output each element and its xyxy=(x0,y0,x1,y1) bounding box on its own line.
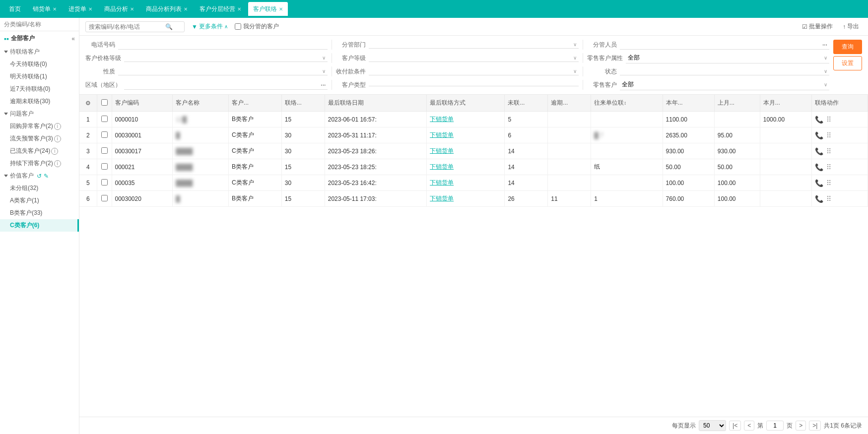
last-way-link[interactable]: 下销货单 xyxy=(430,195,454,202)
action-phone-icon[interactable]: 📞 xyxy=(815,131,823,139)
sidebar-item-overdue[interactable]: 逾期未联络(30) xyxy=(0,95,79,108)
nav-customer-tier-close-icon[interactable]: ✕ xyxy=(237,6,241,12)
th-last-month[interactable]: 上月... xyxy=(714,95,760,112)
th-settings[interactable]: ⚙ xyxy=(79,95,97,112)
row-checkbox-0[interactable] xyxy=(101,116,108,122)
nav-sales-order[interactable]: 销货单 ✕ xyxy=(28,2,62,16)
sidebar-item-tomorrow[interactable]: 明天待联络(1) xyxy=(0,70,79,83)
filter-status-select[interactable]: ∨ xyxy=(620,67,829,75)
per-page-select[interactable]: 50 100 xyxy=(699,420,726,431)
my-customer-checkbox[interactable] xyxy=(235,23,241,30)
th-last-way[interactable]: 最后联络方式 xyxy=(427,95,505,112)
nav-sales-close-icon[interactable]: ✕ xyxy=(53,6,57,12)
cell-last-way[interactable]: 下销货单 xyxy=(427,112,505,127)
th-overdue[interactable]: 逾期... xyxy=(548,95,591,112)
my-customer-filter[interactable]: 我分管的客户 xyxy=(235,22,279,31)
nav-customer-contact-close-icon[interactable]: ✕ xyxy=(279,6,283,12)
cell-checkbox[interactable] xyxy=(97,143,112,159)
filter-customer-level-select[interactable]: ∨ xyxy=(369,54,578,62)
th-uncontacted[interactable]: 未联... xyxy=(505,95,548,112)
nav-home[interactable]: 首页 xyxy=(4,2,26,16)
first-page-btn[interactable]: |< xyxy=(729,421,741,431)
sidebar-item-week[interactable]: 近7天待联络(0) xyxy=(0,83,79,95)
action-more-icon[interactable]: ⠿ xyxy=(826,195,831,203)
churned-info-icon[interactable]: i xyxy=(51,148,58,155)
action-phone-icon[interactable]: 📞 xyxy=(815,116,823,124)
sidebar-item-class-a[interactable]: A类客户(1) xyxy=(0,194,79,207)
cell-checkbox[interactable] xyxy=(97,127,112,143)
prev-page-btn[interactable]: < xyxy=(744,421,754,431)
filter-retail-attr-select[interactable]: 全部 ∨ xyxy=(626,53,829,63)
sidebar-item-declining[interactable]: 持续下滑客户(2)i xyxy=(0,157,79,170)
row-checkbox-5[interactable] xyxy=(101,195,108,201)
th-last-date[interactable]: 最后联络日期 xyxy=(325,95,426,112)
th-name[interactable]: 客户名称 xyxy=(173,95,229,112)
filter-region-select[interactable]: ··· xyxy=(124,80,328,90)
settings-button[interactable]: 设置 xyxy=(833,56,862,70)
search-input[interactable] xyxy=(89,23,163,30)
action-more-icon[interactable]: ⠿ xyxy=(826,131,831,139)
filter-customer-type-select[interactable] xyxy=(369,84,578,86)
nav-purchase-close-icon[interactable]: ✕ xyxy=(88,6,92,12)
nav-product-close-icon[interactable]: ✕ xyxy=(130,6,134,12)
filter-retail-customer-select[interactable]: 全部 ∨ xyxy=(620,79,829,90)
cell-checkbox[interactable] xyxy=(97,159,112,175)
action-phone-icon[interactable]: 📞 xyxy=(815,147,823,155)
sidebar-group-pending[interactable]: 待联络客户 xyxy=(0,46,79,58)
filter-price-level-select[interactable]: ∨ xyxy=(124,54,328,62)
search-icon[interactable]: 🔍 xyxy=(165,23,173,30)
filter-payment-select[interactable]: ∨ xyxy=(369,67,578,75)
sidebar-item-today[interactable]: 今天待联络(0) xyxy=(0,58,79,70)
cell-checkbox[interactable] xyxy=(97,175,112,191)
action-more-icon[interactable]: ⠿ xyxy=(826,147,831,155)
cell-last-way[interactable]: 下销货单 xyxy=(427,127,505,143)
sidebar-group-value[interactable]: 价值客户 ↺ ✎ xyxy=(0,170,79,182)
nav-purchase-order[interactable]: 进货单 ✕ xyxy=(64,2,97,16)
sidebar-item-churned[interactable]: 已流失客户(24)i xyxy=(0,145,79,157)
last-way-link[interactable]: 下销货单 xyxy=(430,147,454,154)
action-phone-icon[interactable]: 📞 xyxy=(815,179,823,187)
action-more-icon[interactable]: ⠿ xyxy=(826,116,831,124)
row-checkbox-3[interactable] xyxy=(101,163,108,170)
query-button[interactable]: 查询 xyxy=(833,40,862,54)
nav-product-list[interactable]: 商品分析列表 ✕ xyxy=(141,2,193,16)
cell-last-way[interactable]: 下销货单 xyxy=(427,159,505,175)
cell-checkbox[interactable] xyxy=(97,191,112,207)
action-phone-icon[interactable]: 📞 xyxy=(815,195,823,203)
sidebar-item-ungrouped[interactable]: 未分组(32) xyxy=(0,182,79,194)
last-way-link[interactable]: 下销货单 xyxy=(430,131,454,138)
nav-customer-contact[interactable]: 客户联络 ✕ xyxy=(248,2,288,16)
cell-last-way[interactable]: 下销货单 xyxy=(427,143,505,159)
th-this-month[interactable]: 本月... xyxy=(760,95,811,112)
sidebar-search-input[interactable] xyxy=(4,21,78,28)
filter-person-select[interactable]: ··· xyxy=(620,40,829,50)
last-way-link[interactable]: 下销货单 xyxy=(430,163,454,170)
cell-last-way[interactable]: 下销货单 xyxy=(427,191,505,207)
sidebar-collapse-icon[interactable]: « xyxy=(71,35,75,42)
sidebar-group-problem[interactable]: 问题客户 xyxy=(0,108,79,120)
last-page-btn[interactable]: >| xyxy=(809,421,821,431)
page-number-input[interactable] xyxy=(766,421,784,431)
churn-warning-info-icon[interactable]: i xyxy=(54,135,61,142)
row-checkbox-1[interactable] xyxy=(101,131,108,138)
person-ellipsis[interactable]: ··· xyxy=(822,41,827,48)
nav-product-list-close-icon[interactable]: ✕ xyxy=(184,6,188,12)
last-way-link[interactable]: 下销货单 xyxy=(430,179,454,186)
nav-customer-tier[interactable]: 客户分层经营 ✕ xyxy=(195,2,246,16)
th-this-year[interactable]: 本年... xyxy=(663,95,714,112)
th-history[interactable]: 往来单位联↕ xyxy=(591,95,663,112)
last-way-link[interactable]: 下销货单 xyxy=(430,116,454,123)
filter-nature-select[interactable]: ∨ xyxy=(118,67,328,75)
declining-info-icon[interactable]: i xyxy=(54,160,61,167)
sidebar-all-customers[interactable]: ▪▪ 全部客户 « xyxy=(0,31,79,46)
row-checkbox-2[interactable] xyxy=(101,147,108,154)
region-ellipsis[interactable]: ··· xyxy=(321,81,326,88)
nav-product-analysis[interactable]: 商品分析 ✕ xyxy=(99,2,139,16)
filter-phone-input[interactable] xyxy=(118,40,328,50)
repurchase-info-icon[interactable]: i xyxy=(54,123,61,130)
select-all-checkbox[interactable] xyxy=(101,99,108,106)
sidebar-item-class-c[interactable]: C类客户(6) xyxy=(0,219,79,232)
cell-last-way[interactable]: 下销货单 xyxy=(427,175,505,191)
export-btn[interactable]: ↑ 导出 xyxy=(840,21,862,32)
th-contact-days[interactable]: 联络... xyxy=(281,95,325,112)
